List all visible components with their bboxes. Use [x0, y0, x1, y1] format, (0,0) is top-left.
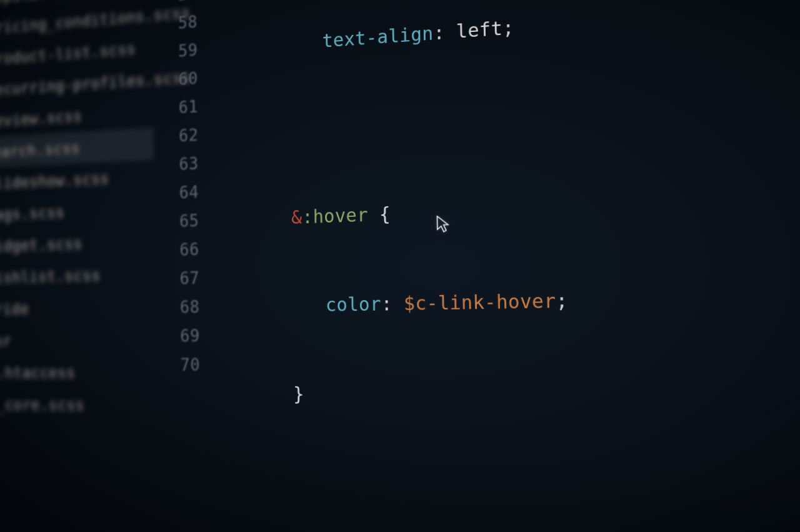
file-tree-item[interactable]: _core.scss	[0, 388, 155, 421]
line-number: 70	[155, 350, 218, 379]
line-number: 61	[153, 91, 215, 123]
line-number: 63	[154, 148, 216, 179]
file-tree-item[interactable]: .htaccess	[0, 356, 155, 389]
line-number: 66	[154, 234, 216, 265]
folder-tree-item[interactable]: ▸override	[0, 290, 154, 326]
line-number: 69	[154, 321, 217, 351]
code-editor: _customer.scss_paypal.scss_popular-items…	[0, 0, 800, 532]
line-number: 65	[154, 206, 216, 236]
folder-tree-item[interactable]: ▸vendor	[0, 323, 155, 357]
brace-close: }	[293, 383, 304, 404]
css-value: left	[456, 17, 503, 42]
line-number-gutter: 5455565758596061626364656667686970	[152, 0, 219, 532]
file-name: _wishlist.scss	[0, 259, 101, 294]
file-name: _tags.scss	[0, 196, 64, 231]
file-name: _slideshow.scss	[0, 162, 109, 199]
file-name: _widget.scss	[0, 227, 82, 262]
scss-variable: $c-link-hover	[404, 289, 556, 314]
line-number: 59	[153, 34, 215, 67]
line-number: 67	[154, 263, 217, 293]
code-area[interactable]: padding: 4px 6px; text-align: left; &:ho…	[213, 0, 800, 532]
colon: :	[433, 21, 456, 44]
css-property: text-align	[322, 22, 433, 51]
scss-parent-ref: &	[291, 206, 302, 228]
semicolon: ;	[502, 16, 514, 39]
file-name: .htaccess	[0, 356, 75, 388]
file-tree-item[interactable]: _wishlist.scss	[0, 257, 154, 294]
line-number: 64	[154, 177, 216, 208]
file-name: _search.scss	[0, 131, 80, 168]
file-name: _core.scss	[0, 388, 84, 421]
line-number: 58	[153, 6, 214, 39]
line-number: 68	[154, 292, 217, 322]
css-property: color	[326, 293, 381, 315]
file-explorer[interactable]: _customer.scss_paypal.scss_popular-items…	[0, 0, 156, 532]
line-number: 62	[154, 120, 216, 152]
folder-name: override	[0, 293, 29, 326]
css-pseudo: :hover	[302, 204, 368, 228]
line-number: 60	[153, 63, 215, 96]
brace-open: {	[368, 203, 391, 225]
file-name: _review.scss	[0, 99, 82, 137]
folder-name: vendor	[0, 324, 11, 356]
semicolon: ;	[556, 289, 568, 312]
colon: :	[381, 292, 404, 314]
